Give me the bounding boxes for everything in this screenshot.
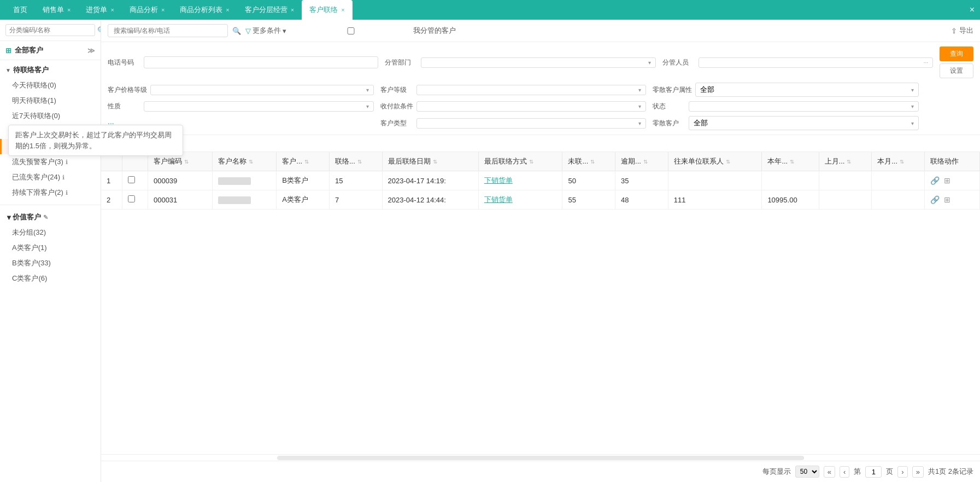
payment-select[interactable]: ▾	[416, 101, 647, 112]
sidebar-item-churned[interactable]: 已流失客户(24) ℹ	[0, 170, 101, 185]
last-page-button[interactable]: »	[912, 466, 924, 478]
nav-tab-customer-segmentation[interactable]: 客户分层经营 ×	[237, 0, 302, 20]
settings-button[interactable]: 设置	[940, 63, 973, 78]
customer-name-blurred	[218, 196, 251, 204]
cell-unlisted: 50	[562, 171, 615, 190]
sidebar-collapse-button[interactable]: ≫	[87, 47, 95, 55]
cell-last-date: 2023-04-12 14:44:	[382, 190, 478, 210]
table-row: 2 000031 A类客户 7 2023-04-12 14:44: 下销货单 5…	[101, 190, 980, 210]
query-button[interactable]: 查询	[940, 47, 973, 61]
sidebar-item-ungroup[interactable]: 未分组(32)	[0, 225, 101, 240]
my-customer-check[interactable]	[291, 27, 411, 34]
customer-grade-label: 客户等级	[380, 85, 413, 95]
cell-last-month	[819, 171, 872, 190]
sort-icon[interactable]: ⇅	[847, 159, 851, 165]
sidebar-item-today[interactable]: 今天待联络(0)	[0, 78, 101, 93]
nav-tab-home[interactable]: 首页	[5, 0, 35, 20]
dept-select[interactable]: ▾	[421, 57, 655, 68]
sidebar-group-value[interactable]: ▼ 价值客户 ✎	[0, 210, 101, 225]
close-icon[interactable]: ×	[110, 7, 114, 13]
status-select[interactable]: ▾	[689, 101, 919, 112]
next-page-button[interactable]: ›	[897, 466, 907, 478]
window-close-button[interactable]: ×	[970, 5, 975, 15]
search-icon[interactable]: 🔍	[97, 26, 101, 34]
link-action-icon[interactable]: 🔗	[930, 195, 940, 204]
sort-icon[interactable]: ⇅	[900, 159, 904, 165]
nav-tab-product-list[interactable]: 商品分析列表 ×	[172, 0, 237, 20]
nav-tab-sales[interactable]: 销售单 ×	[35, 0, 78, 20]
filter-row-4: ··· 客户类型 ▾ 零散客户 全部 ▾	[108, 116, 973, 130]
sort-icon[interactable]: ⇅	[357, 159, 362, 165]
cell-this-month	[872, 171, 925, 190]
nav-tab-purchase[interactable]: 进货单 ×	[78, 0, 121, 20]
phone-input[interactable]	[144, 56, 378, 68]
cell-related	[668, 171, 762, 190]
link-action-icon[interactable]: 🔗	[930, 176, 940, 185]
row-checkbox[interactable]	[128, 176, 135, 183]
scattered-attr-select[interactable]: 全部 ▾	[695, 83, 919, 97]
per-page-select[interactable]: 50	[795, 466, 819, 478]
cell-actions: 🔗 ⊞	[924, 171, 979, 190]
price-grade-select[interactable]: ▾	[150, 85, 374, 95]
first-page-button[interactable]: «	[824, 466, 835, 478]
filter-cell-person: 分管人员 ···	[662, 57, 933, 68]
last-method-link[interactable]: 下销货单	[484, 195, 513, 204]
close-icon[interactable]: ×	[161, 7, 165, 13]
col-name: 客户名称⇅	[212, 152, 277, 171]
export-icon: ⇧	[951, 27, 957, 35]
grid-action-icon[interactable]: ⊞	[944, 195, 950, 204]
sidebar-item-tomorrow[interactable]: 明天待联络(1)	[0, 93, 101, 108]
close-icon[interactable]: ×	[67, 7, 71, 13]
grid-action-icon[interactable]: ⊞	[944, 176, 950, 185]
customer-type-select[interactable]: ▾	[416, 118, 647, 129]
sidebar-item-churn-warning[interactable]: 流失预警客户(3) ℹ	[0, 154, 101, 170]
filter-cell-phone: 电话号码	[108, 56, 378, 68]
sort-icon[interactable]: ⇅	[304, 159, 309, 165]
sidebar-item-c-class[interactable]: C类客户(6)	[0, 271, 101, 286]
edit-icon[interactable]: ✎	[43, 214, 48, 221]
cell-last-method: 下销货单	[478, 190, 562, 210]
sidebar-search-input[interactable]	[5, 24, 95, 36]
close-icon[interactable]: ×	[291, 7, 294, 13]
close-icon[interactable]: ×	[341, 7, 344, 13]
sidebar-item-declining[interactable]: 持续下滑客户(2) ℹ	[0, 185, 101, 200]
cell-index: 2	[101, 190, 122, 210]
chevron-down-icon: ▾	[911, 103, 914, 109]
sort-icon[interactable]: ⇅	[249, 159, 253, 165]
nav-tab-product-analysis[interactable]: 商品分析 ×	[122, 0, 172, 20]
last-method-link[interactable]: 下销货单	[484, 176, 513, 184]
my-customer-checkbox[interactable]: 我分管的客户	[291, 26, 456, 36]
sort-icon[interactable]: ⇅	[184, 159, 189, 165]
person-select[interactable]: ···	[699, 57, 933, 68]
prev-page-button[interactable]: ‹	[840, 466, 849, 478]
col-overdue: 逾期...⇅	[615, 152, 668, 171]
export-button[interactable]: ⇧ 导出	[951, 26, 973, 36]
scattered-attr-label: 零散客户属性	[653, 85, 692, 95]
sidebar: 🔍 ⊞ 全部客户 ≫ ▼ 待联络客户 今天待联络(0) 明天待联络(1) 近7天…	[0, 20, 101, 482]
sort-icon[interactable]: ⇅	[726, 159, 730, 165]
sort-icon[interactable]: ⇅	[790, 159, 794, 165]
page-number-input[interactable]	[865, 466, 882, 478]
close-icon[interactable]: ×	[226, 7, 229, 13]
horizontal-scrollbar[interactable]	[101, 454, 980, 461]
sidebar-item-a-class[interactable]: A类客户(1)	[0, 240, 101, 255]
sidebar-item-b-class[interactable]: B类客户(33)	[0, 255, 101, 271]
col-actions: 联络动作	[924, 152, 979, 171]
sidebar-item-7days[interactable]: 近7天待联络(0)	[0, 108, 101, 124]
scattered-select[interactable]: 全部 ▾	[689, 116, 919, 130]
more-conditions-button[interactable]: ▽ 更多条件 ▾	[245, 26, 286, 36]
sidebar-divider	[0, 205, 101, 205]
data-table: 客户编码⇅ 客户名称⇅ 客户...⇅ 联络...⇅ 最后联络日期⇅ 最后联络方式…	[101, 152, 980, 210]
sidebar-group-pending[interactable]: ▼ 待联络客户	[0, 62, 101, 78]
search-input[interactable]	[108, 24, 228, 37]
search-icon[interactable]: 🔍	[232, 27, 241, 35]
sort-icon[interactable]: ⇅	[529, 159, 533, 165]
row-checkbox[interactable]	[128, 195, 135, 202]
customer-grade-select[interactable]: ▾	[416, 85, 647, 95]
sort-icon[interactable]: ⇅	[590, 159, 595, 165]
sort-icon[interactable]: ⇅	[643, 159, 648, 165]
nav-tab-customer-contact[interactable]: 客户联络 ×	[302, 0, 352, 20]
nature-select[interactable]: ▾	[144, 101, 374, 112]
sort-icon[interactable]: ⇅	[433, 159, 437, 165]
cell-last-month	[819, 190, 872, 210]
